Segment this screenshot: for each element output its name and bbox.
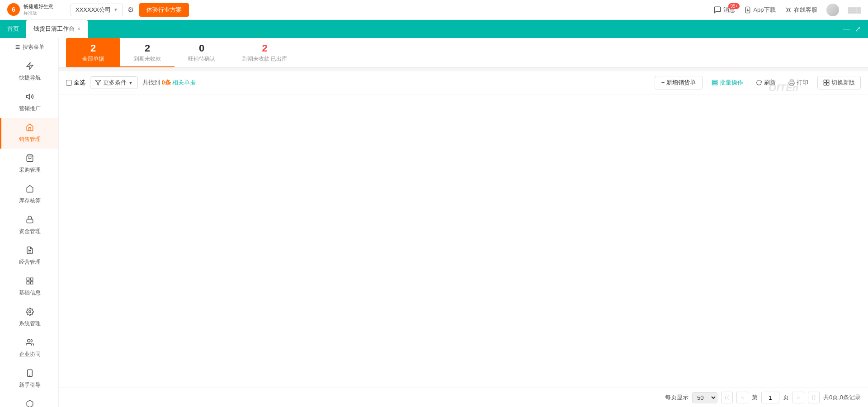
sidebar-item-quick-nav[interactable]: 快捷导航 <box>0 56 58 87</box>
online-service-label: 在线客服 <box>794 6 817 14</box>
finance-icon <box>26 215 34 226</box>
cooperation-label: 企业协同 <box>19 351 41 358</box>
batch-btn[interactable]: 批量操作 <box>708 77 747 89</box>
select-all-checkbox[interactable]: 全选 <box>66 79 85 87</box>
sidebar-item-app-center[interactable]: 应用中心 <box>0 394 58 407</box>
tab-maximize-btn[interactable]: ⤢ <box>855 25 861 33</box>
stat-tab-pending[interactable]: 0 旺辅待确认 <box>175 38 229 67</box>
svg-rect-23 <box>827 80 829 82</box>
headset-icon <box>785 6 792 14</box>
svg-marker-3 <box>27 63 33 70</box>
app-center-icon <box>26 400 34 407</box>
toolbar-right: + 新增销货单 批量操作 刷新 打印 切换新版 <box>655 76 861 89</box>
trial-button[interactable]: 体验行业方案 <box>139 3 189 17</box>
svg-rect-21 <box>790 83 793 85</box>
online-service-btn[interactable]: 在线客服 <box>785 6 817 14</box>
app-download-btn[interactable]: App下载 <box>744 6 775 14</box>
total-label: 共0页,0条记录 <box>823 393 861 402</box>
guide-icon <box>26 369 34 379</box>
app-version: 标准版 <box>24 10 53 16</box>
svg-rect-20 <box>712 84 717 85</box>
settings-btn[interactable]: ⚙ <box>127 5 134 14</box>
marketing-label: 营销推广 <box>19 105 41 112</box>
stat-count-overdue: 2 <box>145 42 150 54</box>
stat-label-all: 全部单据 <box>82 55 104 63</box>
svg-rect-10 <box>31 278 33 280</box>
user-avatar[interactable] <box>826 4 839 16</box>
related-link[interactable]: 相关单据 <box>172 79 196 86</box>
print-btn[interactable]: 打印 <box>785 77 812 89</box>
batch-icon <box>712 80 718 86</box>
tab-bar-actions: — ⤢ <box>843 25 868 33</box>
last-page-btn[interactable]: ⟩⟩ <box>808 392 820 403</box>
sidebar-item-purchase[interactable]: 采购管理 <box>0 149 58 179</box>
tab-bar: 首页 钱货日清工作台 × — ⤢ <box>0 20 868 38</box>
tab-home[interactable]: 首页 <box>0 20 26 38</box>
first-page-btn[interactable]: ⟨⟨ <box>721 392 733 403</box>
sidebar-item-sales[interactable]: 销售管理 <box>0 118 58 149</box>
system-label: 系统管理 <box>19 320 41 327</box>
stat-tab-all[interactable]: 2 全部单据 <box>66 38 120 67</box>
tab-active[interactable]: 钱货日清工作台 × <box>26 20 88 38</box>
quick-nav-icon <box>26 62 34 72</box>
sidebar-item-operations[interactable]: 经营管理 <box>0 241 58 271</box>
operations-label: 经营管理 <box>19 258 41 266</box>
app-name: 畅捷通好生意 <box>24 3 53 9</box>
switch-btn[interactable]: 切换新版 <box>817 76 861 89</box>
sidebar-item-cooperation[interactable]: 企业协同 <box>0 333 58 364</box>
filter-icon <box>95 80 101 86</box>
tab-minimize-btn[interactable]: — <box>843 25 850 33</box>
company-selector[interactable]: XXXXXX公司 ▼ <box>71 4 123 16</box>
logo-area: 6 畅捷通好生意 标准版 <box>7 3 66 16</box>
user-name-area[interactable]: ▓▓▓ <box>848 6 861 13</box>
new-order-btn[interactable]: + 新增销货单 <box>655 76 703 89</box>
company-name: XXXXXX公司 <box>75 6 111 14</box>
quick-nav-label: 快捷导航 <box>19 74 41 82</box>
sidebar-search-label: 搜索菜单 <box>23 43 44 51</box>
svg-rect-6 <box>27 219 33 223</box>
guide-label: 新手引导 <box>19 381 41 389</box>
refresh-btn[interactable]: 刷新 <box>752 77 779 89</box>
tab-active-label: 钱货日清工作台 <box>33 25 75 33</box>
refresh-icon <box>756 80 762 86</box>
filter-dropdown-icon: ▼ <box>128 80 133 85</box>
avatar-img <box>826 4 839 16</box>
finance-label: 资金管理 <box>19 228 41 235</box>
per-page-select[interactable]: 50 10 20 100 <box>692 392 717 403</box>
basic-info-icon <box>26 277 34 287</box>
sidebar-item-inventory[interactable]: 库存核算 <box>0 179 58 210</box>
stat-count-pending: 0 <box>199 42 204 54</box>
stat-tab-overdue[interactable]: 2 到期未收款 <box>120 38 175 67</box>
logo-icon: 6 <box>7 3 20 16</box>
next-page-btn[interactable]: ＞ <box>793 392 804 403</box>
messages-badge: 99+ <box>728 3 740 9</box>
sidebar-item-marketing[interactable]: 营销推广 <box>0 87 58 118</box>
switch-label: 切换新版 <box>831 79 855 87</box>
sidebar-item-search-menu[interactable]: ≡ 搜索菜单 <box>0 38 58 56</box>
sidebar-item-basic-info[interactable]: 基础信息 <box>0 271 58 302</box>
svg-point-13 <box>29 311 31 313</box>
per-page-label: 每页显示 <box>665 393 689 402</box>
tab-close-icon[interactable]: × <box>77 26 80 32</box>
sidebar-item-finance[interactable]: 资金管理 <box>0 210 58 241</box>
prev-page-btn[interactable]: ＜ <box>736 392 748 403</box>
basic-info-label: 基础信息 <box>19 289 41 297</box>
inventory-icon <box>26 185 34 195</box>
messages-btn[interactable]: 消息 99+ <box>713 6 735 14</box>
svg-rect-24 <box>824 83 826 85</box>
found-count: 0条 <box>162 79 171 86</box>
svg-rect-19 <box>712 82 717 83</box>
checkbox-input[interactable] <box>66 80 72 86</box>
system-icon <box>26 308 34 318</box>
batch-label: 批量操作 <box>720 79 743 87</box>
sidebar-item-guide[interactable]: 新手引导 <box>0 364 58 394</box>
tab-home-label: 首页 <box>7 25 19 33</box>
page-input[interactable] <box>761 392 779 403</box>
svg-rect-11 <box>31 282 33 284</box>
new-order-label: + 新增销货单 <box>661 79 696 87</box>
sidebar-item-system[interactable]: 系统管理 <box>0 302 58 333</box>
filter-btn[interactable]: 更多条件 ▼ <box>90 76 138 89</box>
page-suffix: 页 <box>783 393 789 402</box>
stat-tab-shipped[interactable]: 2 到期未收款 已出库 <box>229 38 301 67</box>
message-icon <box>713 6 722 14</box>
